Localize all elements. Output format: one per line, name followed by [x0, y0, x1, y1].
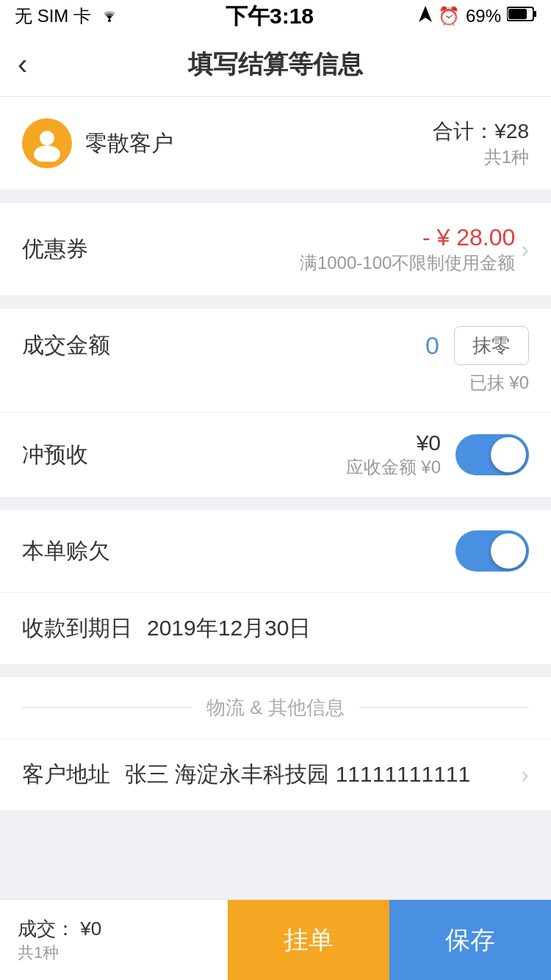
hold-button[interactable]: 挂单 [228, 900, 389, 981]
logistics-title: 物流 & 其他信息 [206, 695, 345, 721]
customer-name: 零散客户 [85, 129, 173, 159]
back-button[interactable]: ‹ [18, 48, 27, 81]
amount-row: 成交金额 0 抹零 [0, 309, 551, 371]
nav-title: 填写结算等信息 [188, 48, 363, 82]
divider-3 [0, 497, 551, 510]
sim-status: 无 SIM 卡 [15, 4, 91, 28]
battery-icon [507, 6, 536, 26]
customer-section: 零散客户 合计：¥28 共1种 [0, 97, 551, 190]
total-count: 共1种 [433, 145, 529, 169]
coupon-right: - ¥ 28.00 满1000-100不限制使用金额 › [300, 224, 529, 275]
prepay-row: 冲预收 ¥0 应收金额 ¥0 [0, 412, 551, 497]
bottom-count: 共1种 [18, 942, 210, 964]
bottom-deal-amount: ¥0 [80, 918, 101, 940]
coupon-right-text: - ¥ 28.00 满1000-100不限制使用金额 [300, 224, 515, 275]
prepay-toggle[interactable] [455, 434, 529, 475]
address-value: 张三 海淀永丰科技园 11111111111 [125, 760, 521, 790]
prepay-sub: 应收金额 ¥0 [346, 455, 441, 479]
svg-point-5 [40, 131, 54, 145]
coupon-section: 优惠券 - ¥ 28.00 满1000-100不限制使用金额 › [0, 203, 551, 295]
save-button[interactable]: 保存 [389, 900, 551, 981]
prepay-values: ¥0 应收金额 ¥0 [346, 430, 441, 479]
coupon-discount: - ¥ 28.00 [300, 224, 515, 251]
amount-sub: 已抹 ¥0 [0, 371, 551, 412]
address-row[interactable]: 客户地址 张三 海淀永丰科技园 11111111111 › [0, 738, 551, 810]
prepay-label: 冲预收 [22, 440, 88, 470]
duedate-label: 收款到期日 [22, 613, 132, 644]
divider-1 [0, 190, 551, 203]
coupon-row[interactable]: 优惠券 - ¥ 28.00 满1000-100不限制使用金额 › [0, 203, 551, 295]
customer-row: 零散客户 合计：¥28 共1种 [0, 97, 551, 190]
status-bar-right: ⏰ 69% [419, 6, 536, 26]
svg-rect-4 [508, 9, 527, 19]
svg-rect-3 [533, 11, 536, 17]
coupon-desc: 满1000-100不限制使用金额 [300, 251, 515, 275]
address-label: 客户地址 [22, 760, 110, 790]
divider-2 [0, 295, 551, 309]
logistics-line-right [359, 707, 529, 708]
amount-label: 成交金额 [22, 331, 110, 361]
address-chevron-icon: › [521, 761, 529, 788]
amount-right: 0 抹零 [425, 326, 529, 365]
nav-bar: ‹ 填写结算等信息 [0, 32, 551, 97]
bottom-info: 成交： ¥0 共1种 [0, 916, 228, 964]
duedate-value: 2019年12月30日 [147, 613, 311, 644]
coupon-label: 优惠券 [22, 234, 88, 264]
credit-label: 本单赊欠 [22, 536, 110, 566]
credit-row: 本单赊欠 [0, 510, 551, 592]
logistics-header: 物流 & 其他信息 [0, 677, 551, 738]
credit-section: 本单赊欠 收款到期日 2019年12月30日 [0, 510, 551, 664]
bottom-bar: 成交： ¥0 共1种 挂单 保存 [0, 899, 551, 980]
logistics-line-left [22, 707, 192, 708]
battery-percentage: 69% [466, 6, 501, 26]
status-bar: 无 SIM 卡 下午3:18 ⏰ 69% [0, 0, 551, 32]
customer-total: 合计：¥28 共1种 [433, 118, 529, 169]
status-bar-time: 下午3:18 [226, 1, 314, 32]
total-label: 合计：¥28 [433, 118, 529, 145]
round-off-button[interactable]: 抹零 [454, 326, 529, 365]
svg-marker-1 [419, 6, 432, 22]
prepay-right: ¥0 应收金额 ¥0 [346, 430, 529, 479]
svg-point-0 [108, 19, 111, 22]
amount-value[interactable]: 0 [425, 331, 439, 360]
location-icon [419, 6, 432, 26]
alarm-icon: ⏰ [438, 6, 460, 26]
prepay-amount: ¥0 [346, 430, 441, 455]
logistics-section: 物流 & 其他信息 客户地址 张三 海淀永丰科技园 11111111111 › [0, 677, 551, 810]
toggle-knob [491, 437, 526, 472]
credit-toggle-knob [491, 533, 526, 569]
credit-toggle[interactable] [455, 530, 529, 572]
customer-avatar [22, 118, 72, 168]
divider-4 [0, 664, 551, 677]
wifi-icon [98, 6, 120, 26]
svg-point-6 [34, 145, 60, 162]
bottom-deal-label: 成交： [18, 918, 75, 940]
duedate-row: 收款到期日 2019年12月30日 [0, 592, 551, 664]
bottom-deal: 成交： ¥0 [18, 916, 210, 942]
status-bar-left: 无 SIM 卡 [15, 4, 120, 28]
transaction-section: 成交金额 0 抹零 已抹 ¥0 冲预收 ¥0 应收金额 ¥0 [0, 309, 551, 497]
customer-left: 零散客户 [22, 118, 173, 168]
user-avatar-icon [29, 125, 65, 162]
coupon-chevron-icon: › [521, 236, 529, 263]
